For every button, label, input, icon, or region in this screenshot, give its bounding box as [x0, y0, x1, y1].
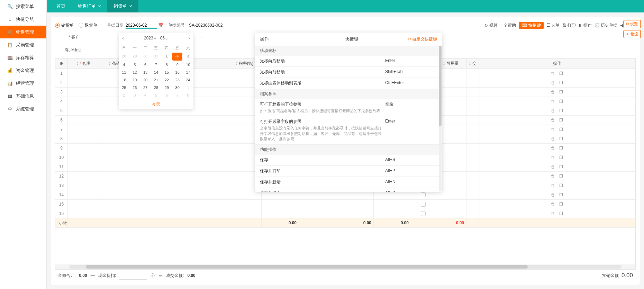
sidebar-item-0[interactable]: 🔍搜索菜单 [0, 0, 46, 13]
horizontal-scrollbar[interactable] [55, 264, 635, 269]
arrow-left-icon[interactable]: ◀ [620, 23, 623, 28]
delete-icon[interactable]: 🗑 [551, 118, 555, 123]
sidebar-item-2[interactable]: 🛒销售管理 [0, 26, 46, 38]
delete-icon[interactable]: 🗑 [551, 127, 555, 132]
settings-button[interactable]: ⚙ 设置 [623, 20, 641, 28]
cal-day[interactable]: 4 [140, 92, 151, 99]
cal-day[interactable]: 14 [151, 69, 161, 76]
cal-day[interactable]: 2 [119, 92, 129, 99]
delete-icon[interactable]: 🗑 [551, 80, 555, 85]
tab-2[interactable]: 销货单✕ [107, 0, 138, 12]
cal-day[interactable]: 31 [151, 53, 161, 61]
copy-icon[interactable]: ❐ [559, 183, 563, 188]
cal-day[interactable]: 11 [119, 69, 129, 76]
col-deliv[interactable]: ▲▼交 [466, 58, 479, 69]
cal-next-icon[interactable]: › [188, 35, 190, 41]
cal-day[interactable]: 30 [172, 84, 182, 91]
cal-day[interactable]: 7 [151, 61, 161, 68]
cal-day[interactable]: 27 [140, 84, 151, 91]
cal-day[interactable]: 25 [119, 84, 129, 91]
shortcut-scrollbar[interactable] [439, 46, 442, 191]
cal-day[interactable]: 19 [130, 76, 140, 83]
cal-day[interactable]: 15 [162, 69, 172, 76]
delete-icon[interactable]: 🗑 [551, 108, 555, 113]
cal-day[interactable]: 17 [183, 69, 193, 76]
cal-day[interactable]: 1 [162, 53, 172, 61]
copy-icon[interactable]: ❐ [559, 127, 563, 132]
copy-icon[interactable]: ❐ [559, 108, 563, 113]
cal-day[interactable]: 20 [140, 76, 151, 83]
delete-icon[interactable]: 🗑 [551, 99, 555, 104]
delete-icon[interactable]: 🗑 [551, 192, 555, 197]
cal-day[interactable]: 8 [183, 92, 193, 99]
sidebar-item-6[interactable]: 📊经营管理 [0, 77, 46, 90]
cal-day[interactable]: 28 [151, 84, 161, 91]
sidebar-item-3[interactable]: 📋采购管理 [0, 38, 46, 51]
doc-date-input[interactable] [126, 22, 157, 29]
sidebar-item-7[interactable]: ▦基础信息 [0, 90, 46, 102]
copy-icon[interactable]: ❐ [559, 202, 563, 207]
sidebar-item-4[interactable]: 🏬库存核算 [0, 51, 46, 64]
table-row[interactable]: 16🗑❐ [55, 209, 635, 218]
print-link[interactable]: 🖶 打印 [562, 22, 576, 28]
cal-day[interactable]: 6 [140, 61, 151, 68]
customer-more-icon[interactable]: ⋯ [200, 35, 204, 39]
delete-icon[interactable]: 🗑 [551, 202, 555, 207]
cal-day[interactable]: 13 [140, 69, 151, 76]
cal-day[interactable]: 4 [119, 61, 129, 68]
cal-day[interactable]: 7 [172, 92, 182, 99]
cal-day[interactable]: 21 [151, 76, 161, 83]
table-row[interactable]: 15🗑❐ [55, 200, 635, 209]
history-link[interactable]: 🕘 历史单据 [595, 22, 617, 28]
cal-prev-icon[interactable]: ‹ [122, 35, 124, 41]
cal-day[interactable]: 29 [130, 53, 140, 61]
delete-icon[interactable]: 🗑 [551, 211, 555, 216]
delete-icon[interactable]: 🗑 [551, 183, 555, 188]
radio-return[interactable]: 退货单 [79, 22, 97, 28]
cal-day[interactable]: 16 [172, 69, 182, 76]
cal-day[interactable]: 28 [119, 53, 129, 61]
ops-link[interactable]: ◧ 操作 [579, 22, 592, 28]
gear-column[interactable]: ⚙ [55, 58, 68, 69]
cal-day[interactable]: 今 [172, 53, 182, 61]
cal-month[interactable]: 06⌄ [160, 36, 168, 40]
tab-0[interactable]: 首页 [50, 0, 72, 12]
cal-year[interactable]: 2023⌄ [144, 36, 157, 40]
copy-icon[interactable]: ❐ [559, 211, 563, 216]
delete-icon[interactable]: 🗑 [551, 136, 555, 141]
cal-day[interactable]: 9 [172, 61, 182, 68]
copy-icon[interactable]: ❐ [559, 118, 563, 123]
cal-day[interactable]: 1 [183, 84, 193, 91]
cal-day[interactable]: 30 [140, 53, 151, 61]
cal-day[interactable]: 3 [183, 53, 193, 61]
close-icon[interactable]: ✕ [129, 4, 132, 9]
delete-icon[interactable]: 🗑 [551, 146, 555, 151]
copy-icon[interactable]: ❐ [559, 164, 563, 169]
discount-input[interactable] [119, 272, 147, 280]
radio-sale[interactable]: 销货单 [55, 22, 74, 28]
copy-icon[interactable]: ❐ [559, 80, 563, 85]
help-link[interactable]: ? 帮助 [504, 22, 516, 28]
cal-day[interactable]: 12 [130, 69, 140, 76]
copy-icon[interactable]: ❐ [559, 71, 563, 76]
sidebar-item-1[interactable]: ⌂快捷导航 [0, 13, 46, 26]
delete-icon[interactable]: 🗑 [551, 174, 555, 179]
shortcut-button[interactable]: ⌨ 快捷键 [519, 22, 544, 29]
video-link[interactable]: ▷ 视频 [485, 22, 498, 28]
copy-icon[interactable]: ❐ [559, 155, 563, 160]
cal-day[interactable]: 8 [162, 61, 172, 68]
delete-icon[interactable]: 🗑 [551, 90, 555, 94]
cal-day[interactable]: 10 [183, 61, 193, 68]
col-warehouse[interactable]: ▲▼*仓库 [68, 58, 99, 69]
cal-day[interactable]: 5 [151, 92, 161, 99]
tab-1[interactable]: 销售订单✕ [72, 0, 107, 12]
select-link[interactable]: ☲ 选单 [546, 22, 560, 28]
copy-icon[interactable]: ❐ [559, 146, 563, 151]
cal-day[interactable]: 29 [162, 84, 172, 91]
copy-icon[interactable]: ❐ [559, 99, 563, 104]
logistics-button[interactable]: ＋ 物流 [623, 30, 641, 38]
cal-day[interactable]: 22 [162, 76, 172, 83]
copy-icon[interactable]: ❐ [559, 90, 563, 94]
cal-today-button[interactable]: 今天 [119, 99, 193, 109]
calendar-icon[interactable]: 📅 [158, 23, 163, 28]
